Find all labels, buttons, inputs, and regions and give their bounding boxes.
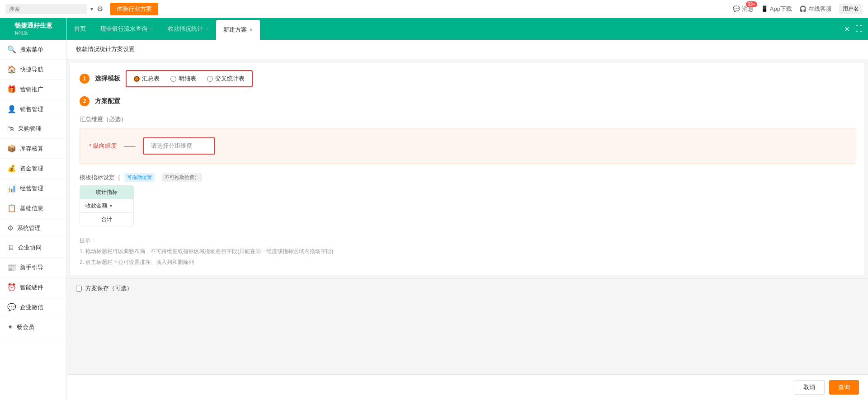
sidebar-item-label: 营销推广 <box>20 85 43 94</box>
shopping-icon: 🛍 <box>7 125 14 133</box>
sidebar-item-label: 系统管理 <box>17 224 41 232</box>
user-info[interactable]: 用户名 <box>839 4 863 14</box>
sidebar-item-marketing[interactable]: 🎁 营销推广 <box>0 80 66 99</box>
sidebar-item-label: 采购管理 <box>18 125 42 133</box>
sidebar-item-label: 快捷导航 <box>20 66 43 74</box>
tab-bank-label: 现金银行流水查询 <box>100 25 147 33</box>
chart-icon: 📊 <box>7 184 16 193</box>
tab-bar-actions: ✕ ⛶ <box>844 25 868 33</box>
sidebar-item-label: 经营管理 <box>20 184 43 193</box>
metric-name: 收款金额 <box>85 202 107 210</box>
sidebar-item-label: 库存核算 <box>20 145 43 153</box>
sidebar-item-enterprise[interactable]: 🖥 企业协同 <box>0 238 66 258</box>
arrow: —— <box>124 143 136 150</box>
top-bar: ▾ ⚙ 体验行业方案 💬 消息 99+ 📱 App下载 🎧 在线客服 用户名 <box>0 0 868 18</box>
headset-icon: 🎧 <box>799 5 807 12</box>
query-button[interactable]: 查询 <box>829 380 859 395</box>
sidebar-item-label: 销售管理 <box>20 105 43 113</box>
radio-detail[interactable]: 明细表 <box>170 75 196 83</box>
sidebar-item-label: 企业协同 <box>18 244 42 252</box>
metric-table: 统计指标 收款金额 ▾ 合计 <box>80 185 134 226</box>
search-icon: 🔍 <box>7 45 16 54</box>
service-link[interactable]: 🎧 在线客服 <box>799 5 832 13</box>
tab-payment[interactable]: 收款情况统计 × <box>160 18 216 40</box>
trial-btn[interactable]: 体验行业方案 <box>110 3 158 15</box>
tab-newplan[interactable]: 新建方案 × <box>216 20 260 40</box>
metric-table-row[interactable]: 收款金额 ▾ <box>80 199 133 212</box>
sidebar-item-sales[interactable]: 👤 销售管理 <box>0 99 66 119</box>
tips-title: 提示： <box>80 237 96 244</box>
sidebar-item-basicinfo[interactable]: 📋 基础信息 <box>0 198 66 218</box>
maximize-icon[interactable]: ⛶ <box>855 25 863 33</box>
sidebar-item-label: 企业微信 <box>20 303 43 311</box>
tab-newplan-label: 新建方案 <box>223 26 247 34</box>
sidebar-item-business[interactable]: 📊 经营管理 <box>0 179 66 198</box>
tab-home-label: 首页 <box>74 25 86 33</box>
sidebar-item-search[interactable]: 🔍 搜索菜单 <box>0 40 66 60</box>
sidebar-item-label: 搜索菜单 <box>20 46 43 54</box>
step2-label: 方案配置 <box>95 97 120 105</box>
sidebar-item-purchase[interactable]: 🛍 采购管理 <box>0 119 66 139</box>
dimension-title: 汇总维度（必选） <box>80 115 855 123</box>
sidebar-item-label: 基础信息 <box>20 204 43 212</box>
logo-text: 畅捷通好生意 <box>14 22 52 30</box>
tab-newplan-close[interactable]: × <box>250 27 253 33</box>
member-icon: ✦ <box>7 323 13 331</box>
vertical-label: * 纵向维度 <box>89 142 117 150</box>
sidebar-item-label: 资金管理 <box>20 165 43 173</box>
tab-payment-close[interactable]: × <box>206 26 209 32</box>
sidebar-item-nav[interactable]: 🏠 快捷导航 <box>0 60 66 80</box>
radio-summary-label: 汇总表 <box>142 75 160 83</box>
download-link[interactable]: 📱 App下载 <box>761 5 792 13</box>
sidebar-item-wechat[interactable]: 💬 企业微信 <box>0 297 66 317</box>
page-title: 收款情况统计方案设置 <box>76 46 135 52</box>
close-window-icon[interactable]: ✕ <box>844 25 850 33</box>
sidebar-item-finance[interactable]: 💰 资金管理 <box>0 159 66 179</box>
tip-item-2: 2. 点击标题栏下拉可设置排序、插入列和删除列 <box>80 257 855 268</box>
app-icon: 📱 <box>761 5 768 12</box>
cancel-button[interactable]: 取消 <box>794 380 825 395</box>
dimension-select[interactable]: 请选择分组维度 <box>143 137 215 155</box>
sidebar-item-inventory[interactable]: 📦 库存核算 <box>0 139 66 159</box>
draggable-badge: 可拖动位置 <box>124 173 155 182</box>
metric-dropdown-icon[interactable]: ▾ <box>110 203 112 208</box>
radio-detail-input[interactable] <box>170 76 176 82</box>
sidebar-item-label: 畅会员 <box>17 323 34 331</box>
content-area: 首页 现金银行流水查询 × 收款情况统计 × 新建方案 × ✕ ⛶ 收款情况统计… <box>67 18 868 400</box>
tab-home[interactable]: 首页 <box>67 18 93 40</box>
home-icon: 🏠 <box>7 65 16 74</box>
user-icon: 👤 <box>7 105 16 113</box>
tip-item-1: 1. 拖动标题栏可以调整布局，不可跨维度或指标区域拖动栏目字段(只能在同一维度或… <box>80 246 855 257</box>
tab-payment-label: 收款情况统计 <box>168 25 203 33</box>
save-checkbox[interactable] <box>76 286 82 292</box>
metric-subtotal: 合计 <box>80 212 133 226</box>
sidebar-item-hardware[interactable]: ⏰ 智能硬件 <box>0 278 66 297</box>
footer-bar: 取消 查询 <box>67 374 868 400</box>
sidebar-item-system[interactable]: ⚙ 系统管理 <box>0 218 66 238</box>
service-label: 在线客服 <box>808 5 832 13</box>
radio-summary-input[interactable] <box>134 76 140 82</box>
logo-sub: 标准版 <box>14 30 52 36</box>
sidebar-item-member[interactable]: ✦ 畅会员 <box>0 317 66 337</box>
sidebar-item-guide[interactable]: 📰 新手引导 <box>0 258 66 278</box>
clipboard-icon: 📋 <box>7 204 16 212</box>
save-option: 方案保存（可选） <box>67 278 868 298</box>
metric-config: 模板指标设定（ 可拖动位置 不可拖动位置） 统计指标 收款金额 ▾ 合计 <box>80 173 855 228</box>
message-badge[interactable]: 💬 消息 99+ <box>733 5 754 13</box>
dropdown-icon[interactable]: ▾ <box>90 6 93 12</box>
download-label: App下载 <box>770 5 792 13</box>
tab-bank-close[interactable]: × <box>150 26 153 32</box>
radio-cross-input[interactable] <box>207 76 213 82</box>
sidebar-item-label: 智能硬件 <box>20 283 43 292</box>
gift-icon: 🎁 <box>7 85 16 94</box>
gear-icon[interactable]: ⚙ <box>97 5 103 13</box>
search-input[interactable] <box>5 4 87 14</box>
radio-cross[interactable]: 交叉统计表 <box>207 75 245 83</box>
metric-title: 模板指标设定（ <box>80 174 121 182</box>
news-icon: 📰 <box>7 263 16 272</box>
radio-summary[interactable]: 汇总表 <box>134 75 160 83</box>
tab-bank[interactable]: 现金银行流水查询 × <box>93 18 160 40</box>
non-draggable-badge: 不可拖动位置） <box>162 173 202 182</box>
tab-bar: 首页 现金银行流水查询 × 收款情况统计 × 新建方案 × ✕ ⛶ <box>67 18 868 40</box>
message-icon: 💬 <box>733 5 740 12</box>
